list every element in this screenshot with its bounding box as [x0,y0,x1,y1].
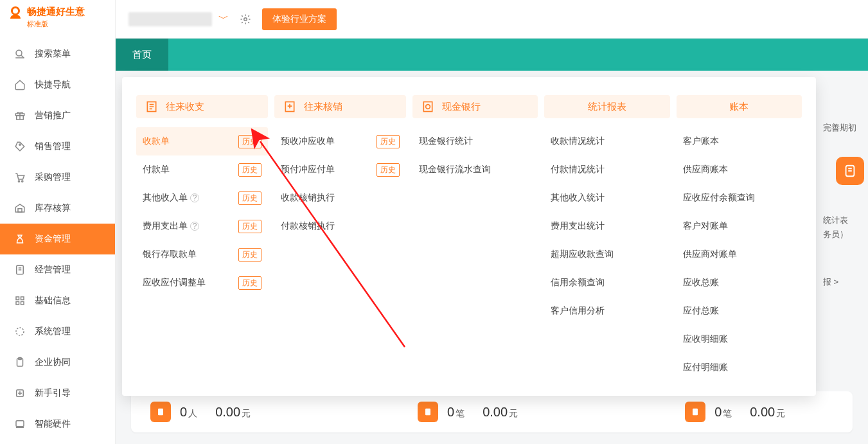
menu-item-label: 超期应收款查询 [551,249,614,260]
brand-logo-icon [8,5,23,23]
menu-item[interactable]: 应收总账 [677,269,802,297]
svg-point-17 [16,328,24,335]
search-icon [14,48,26,60]
sidebar-item-label: 智能硬件 [35,418,71,430]
svg-rect-9 [18,209,22,212]
stat-block: 0笔 0.00元 [685,402,785,422]
sidebar-item-purchase[interactable]: 采购管理 [0,162,115,193]
sidebar-item-quicknav[interactable]: 快捷导航 [0,69,115,100]
mega-heading-label: 统计报表 [588,101,626,113]
mega-heading: 现金银行 [412,95,538,118]
sidebar-item-label: 搜索菜单 [35,48,71,60]
menu-item-cashbank-stats[interactable]: 现金银行统计 [412,127,538,155]
menu-item[interactable]: 付款情况统计 [544,155,669,184]
report-icon [14,264,26,276]
menu-item[interactable]: 供应商对账单 [677,240,802,269]
sidebar-item-collab[interactable]: 企业协同 [0,347,115,378]
brand-block: 畅捷通好生意 标准版 [0,0,115,39]
menu-item[interactable]: 费用支出统计 [544,212,669,240]
menu-item-pay-writeoff[interactable]: 付款核销执行 [274,212,406,240]
menu-item[interactable]: 应收应付余额查询 [677,184,802,212]
stat-block: 0笔 0.00元 [418,402,518,422]
history-tag[interactable]: 历史 [238,276,261,290]
menu-item[interactable]: 超期应收款查询 [544,240,669,269]
cart-icon [14,172,26,183]
menu-item-prepay-offset[interactable]: 预付冲应付单 历史 [274,155,406,184]
history-tag[interactable]: 历史 [238,135,261,148]
sidebar-item-search[interactable]: 搜索菜单 [0,39,115,69]
org-selector[interactable]: ﹀ [128,12,229,26]
history-tag[interactable]: 历史 [376,135,400,148]
mega-col-cashbank: 现金银行 现金银行统计 现金银行流水查询 [412,95,538,383]
stat-unit: 人 [188,408,197,418]
menu-item-expense[interactable]: 费用支出单? 历史 [136,212,268,240]
svg-rect-13 [16,297,19,300]
sidebar-item-marketing[interactable]: 营销推广 [0,100,115,131]
peek-text: 统计表 [823,215,848,226]
stat-icon [418,402,438,422]
menu-item[interactable]: 客户账本 [677,127,802,155]
sidebar-item-finance[interactable]: 资金管理 [0,224,115,254]
receipt-icon [282,100,297,114]
menu-item[interactable]: 其他收入统计 [544,184,669,212]
menu-item-prerecv-offset[interactable]: 预收冲应收单 历史 [274,127,406,155]
sidebar-item-operation[interactable]: 经营管理 [0,254,115,285]
sidebar-item-label: 经营管理 [35,264,71,276]
mega-heading: 往来核销 [274,95,406,118]
menu-item-recv-writeoff[interactable]: 收款核销执行 [274,184,406,212]
history-tag[interactable]: 历史 [238,248,261,262]
menu-item[interactable]: 收款情况统计 [544,127,669,155]
mega-heading-label: 往来收支 [166,101,204,113]
menu-item-receipt[interactable]: 收款单 历史 [136,127,268,155]
sidebar-item-label: 快捷导航 [35,79,71,91]
menu-item[interactable]: 客户信用分析 [544,297,669,325]
history-tag[interactable]: 历史 [238,220,261,233]
history-tag[interactable]: 历史 [376,163,400,177]
gear-icon[interactable] [238,12,253,27]
mega-list: 现金银行统计 现金银行流水查询 [412,127,538,184]
tab-home[interactable]: 首页 [116,39,168,71]
help-icon[interactable]: ? [190,193,199,202]
experience-plan-button[interactable]: 体验行业方案 [262,8,337,30]
svg-rect-15 [16,302,19,305]
sidebar-item-guide[interactable]: 新手引导 [0,378,115,409]
menu-item-label: 应收应付调整单 [143,277,206,289]
menu-item-bank-transfer[interactable]: 银行存取款单 历史 [136,240,268,269]
menu-item-arap-adjust[interactable]: 应收应付调整单 历史 [136,269,268,297]
warehouse-icon [14,202,26,214]
chevron-down-icon: ﹀ [218,12,229,26]
menu-item[interactable]: 应收明细账 [677,325,802,353]
svg-rect-16 [21,302,24,305]
menu-item-label: 客户账本 [683,136,719,147]
stat-value: 0.00 [215,405,240,419]
sidebar-item-inventory[interactable]: 库存核算 [0,193,115,224]
sidebar-item-system[interactable]: 系统管理 [0,316,115,347]
floating-action-icon[interactable] [836,157,864,185]
menu-item[interactable]: 应付明细账 [677,353,802,382]
svg-rect-29 [693,409,698,416]
menu-item-label: 预付冲应付单 [281,164,335,175]
top-header: ﹀ 体验行业方案 [116,0,868,39]
menu-item[interactable]: 供应商账本 [677,155,802,184]
menu-item[interactable]: 客户对账单 [677,212,802,240]
menu-item-other-income[interactable]: 其他收入单? 历史 [136,184,268,212]
sidebar-item-label: 资金管理 [35,233,71,245]
stat-unit: 元 [242,408,251,418]
menu-item-label: 供应商账本 [683,164,728,175]
menu-item-label: 费用支出统计 [551,220,605,232]
sidebar-item-label: 营销推广 [35,110,71,121]
sidebar-item-basic[interactable]: 基础信息 [0,285,115,316]
history-tag[interactable]: 历史 [238,191,261,205]
sidebar-item-label: 新手引导 [35,387,71,399]
history-tag[interactable]: 历史 [238,163,261,177]
mega-col-transactions: 往来收支 收款单 历史 付款单 历史 其他收入单? 历史 费用支出单? 历史 [136,95,268,383]
sidebar-item-sales[interactable]: 销售管理 [0,131,115,162]
sidebar-item-hardware[interactable]: 智能硬件 [0,409,115,440]
menu-item-label: 应收明细账 [683,333,728,345]
menu-item[interactable]: 信用余额查询 [544,269,669,297]
help-icon[interactable]: ? [190,222,199,231]
stat-icon [685,402,705,422]
menu-item[interactable]: 应付总账 [677,297,802,325]
menu-item-payment[interactable]: 付款单 历史 [136,155,268,184]
menu-item-cashbank-flow[interactable]: 现金银行流水查询 [412,155,538,184]
